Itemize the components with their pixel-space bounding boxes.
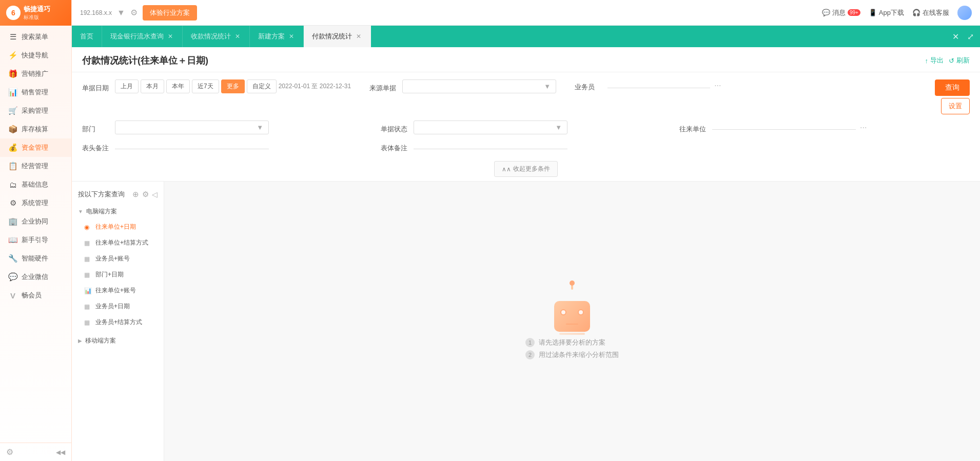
tab-new-scheme-close[interactable]: ✕	[288, 32, 295, 41]
refresh-icon: ↺	[949, 57, 954, 65]
tabbar-expand-btn[interactable]: ⤢	[965, 30, 976, 44]
topbar-gear-icon[interactable]: ▼	[117, 8, 125, 17]
sidebar-item-member[interactable]: V 畅会员	[0, 286, 71, 305]
message-badge: 99+	[848, 9, 860, 16]
tabbar-actions: ✕ ⤢	[946, 26, 980, 47]
finance-icon: 💰	[8, 143, 17, 152]
trial-btn[interactable]: 体验行业方案	[143, 5, 197, 21]
tab-payment-stats[interactable]: 付款情况统计 ✕	[304, 26, 371, 47]
system-icon: ⚙	[8, 198, 17, 208]
date-this-month-btn[interactable]: 本月	[141, 79, 164, 93]
app-title-block: 畅捷通巧 标准版	[24, 5, 50, 21]
scheme-table-icon-5: ▦	[84, 319, 91, 326]
page-header: 付款情况统计(往来单位＋日期) ↑ 导出 ↺ 刷新	[72, 47, 980, 72]
tab-receivable-close[interactable]: ✕	[234, 32, 241, 41]
header-note-label: 表头备注	[82, 141, 111, 153]
sidebar-item-label: 企业微信	[22, 272, 48, 282]
scheme-item-counterparty-account[interactable]: 📊 往来单位+账号	[72, 283, 164, 298]
date-last-month-btn[interactable]: 上月	[115, 79, 139, 93]
scheme-item-staff-settlement[interactable]: ▦ 业务员+结算方式	[72, 314, 164, 330]
date-custom-btn[interactable]: 自定义	[247, 79, 277, 93]
dept-select[interactable]: ▼	[115, 121, 269, 134]
scheme-item-counterparty-date[interactable]: ◉ 往来单位+日期	[72, 219, 164, 235]
source-filter-label: 来源单据	[369, 81, 398, 93]
guide-icon: 📖	[8, 235, 17, 245]
tab-new-scheme[interactable]: 新建方案 ✕	[250, 26, 304, 47]
message-btn[interactable]: 💬 消息 99+	[822, 8, 860, 17]
header-note-input[interactable]	[115, 145, 269, 149]
sidebar-item-purchase[interactable]: 🛒 采购管理	[0, 102, 71, 120]
scheme-item-label: 业务员+日期	[95, 302, 130, 311]
topbar-settings-icon[interactable]: ⚙	[130, 8, 138, 17]
collapse-filter-btn[interactable]: ∧∧ 收起更多条件	[494, 161, 558, 177]
filter-settings-btn[interactable]: 设置	[941, 98, 970, 114]
empty-step-1: 1 请先选择要分析的方案	[525, 338, 619, 347]
scheme-sidebar: 按以下方案查询 ⊕ ⚙ ◁ ▼ 电脑端方案 ◉ 往来单位+日期	[72, 182, 164, 461]
body-note-input[interactable]	[414, 145, 567, 149]
tab-home-label: 首页	[80, 32, 93, 41]
sidebar-item-label: 畅会员	[22, 291, 42, 300]
scheme-group-mobile-header[interactable]: ▶ 移动端方案	[72, 333, 164, 348]
scheme-table-icon: ▦	[84, 239, 91, 247]
sidebar: 6 畅捷通巧 标准版 ☰ 搜索菜单 ⚡ 快捷导航 🎁 营销推广 📊 销售管理 🛒…	[0, 0, 72, 461]
sidebar-item-hardware[interactable]: 🔧 智能硬件	[0, 249, 71, 268]
scheme-group-desktop-header[interactable]: ▼ 电脑端方案	[72, 204, 164, 219]
scheme-item-staff-account[interactable]: ▦ 业务员+账号	[72, 251, 164, 267]
staff-filter-label: 业务员	[575, 79, 603, 92]
tabbar-close-btn[interactable]: ✕	[950, 30, 961, 44]
tab-bank-flow[interactable]: 现金银行流水查询 ✕	[102, 26, 183, 47]
scheme-item-label: 往来单位+日期	[95, 223, 136, 231]
tab-payment-stats-close[interactable]: ✕	[355, 32, 362, 41]
tab-bank-flow-close[interactable]: ✕	[167, 32, 174, 41]
scheme-item-staff-date[interactable]: ▦ 业务员+日期	[72, 298, 164, 314]
online-service-btn[interactable]: 🎧 在线客服	[912, 8, 949, 17]
settings-footer-icon[interactable]: ⚙	[6, 447, 13, 457]
empty-text-block: 1 请先选择要分析的方案 2 用过滤条件来缩小分析范围	[525, 338, 619, 363]
collapse-sidebar-icon[interactable]: ◀◀	[56, 449, 65, 456]
topbar-breadcrumb: 192.168.x.x	[80, 9, 112, 16]
scheme-collapse-icon[interactable]: ◁	[152, 190, 158, 198]
sidebar-item-wechat[interactable]: 💬 企业微信	[0, 268, 71, 286]
topbar-left: 192.168.x.x ▼ ⚙ 体验行业方案	[80, 5, 197, 21]
scheme-group-mobile: ▶ 移动端方案	[72, 333, 164, 348]
date-more-btn[interactable]: 更多	[221, 79, 245, 93]
sidebar-item-inventory[interactable]: 📦 库存核算	[0, 120, 71, 138]
counterparty-select-dots[interactable]: ···	[860, 123, 867, 132]
sidebar-item-system[interactable]: ⚙ 系统管理	[0, 194, 71, 212]
user-avatar[interactable]	[957, 6, 972, 20]
staff-select-dots[interactable]: ···	[714, 81, 721, 90]
scheme-gear-icon[interactable]: ⚙	[142, 190, 149, 199]
page-body: 按以下方案查询 ⊕ ⚙ ◁ ▼ 电脑端方案 ◉ 往来单位+日期	[72, 182, 980, 461]
sidebar-item-sales[interactable]: 📊 销售管理	[0, 83, 71, 102]
sidebar-item-basic-info[interactable]: 🗂 基础信息	[0, 175, 71, 194]
sidebar-item-guide[interactable]: 📖 新手引导	[0, 231, 71, 249]
refresh-btn[interactable]: ↺ 刷新	[949, 56, 970, 65]
date-7days-btn[interactable]: 近7天	[192, 79, 219, 93]
sidebar-item-marketing[interactable]: 🎁 营销推广	[0, 65, 71, 83]
tab-receivable[interactable]: 收款情况统计 ✕	[183, 26, 250, 47]
message-icon: 💬	[822, 9, 830, 16]
app-download-btn[interactable]: 📱 App下载	[869, 8, 904, 17]
app-title: 畅捷通巧	[24, 5, 50, 14]
sidebar-item-enterprise[interactable]: 🏢 企业协同	[0, 212, 71, 231]
sidebar-item-finance[interactable]: 💰 资金管理	[0, 138, 71, 157]
scheme-add-icon[interactable]: ⊕	[132, 190, 139, 199]
sidebar-item-search-menu[interactable]: ☰ 搜索菜单	[0, 28, 71, 46]
scheme-group-desktop: ▼ 电脑端方案 ◉ 往来单位+日期 ▦ 往来单位+结算方式 ▦ 业务员+账号	[72, 204, 164, 330]
tab-home[interactable]: 首页	[72, 26, 102, 47]
source-select[interactable]: ▼	[402, 79, 556, 93]
date-this-year-btn[interactable]: 本年	[166, 79, 190, 93]
query-btn[interactable]: 查询	[935, 79, 970, 96]
topbar: 192.168.x.x ▼ ⚙ 体验行业方案 💬 消息 99+ 📱 App下载 …	[72, 0, 980, 26]
staff-input-area[interactable]	[607, 84, 710, 88]
voucher-status-select[interactable]: ▼	[414, 121, 567, 134]
counterparty-input-area[interactable]	[712, 125, 856, 130]
tab-new-scheme-label: 新建方案	[258, 32, 285, 41]
scheme-bar-icon: 📊	[84, 287, 91, 294]
sidebar-item-operations[interactable]: 📋 经营管理	[0, 157, 71, 175]
scheme-item-dept-date[interactable]: ▦ 部门+日期	[72, 267, 164, 283]
sidebar-item-quick-nav[interactable]: ⚡ 快捷导航	[0, 46, 71, 65]
sidebar-nav: ☰ 搜索菜单 ⚡ 快捷导航 🎁 营销推广 📊 销售管理 🛒 采购管理 📦 库存核…	[0, 26, 71, 443]
scheme-item-counterparty-settlement[interactable]: ▦ 往来单位+结算方式	[72, 235, 164, 251]
export-btn[interactable]: ↑ 导出	[925, 56, 944, 65]
